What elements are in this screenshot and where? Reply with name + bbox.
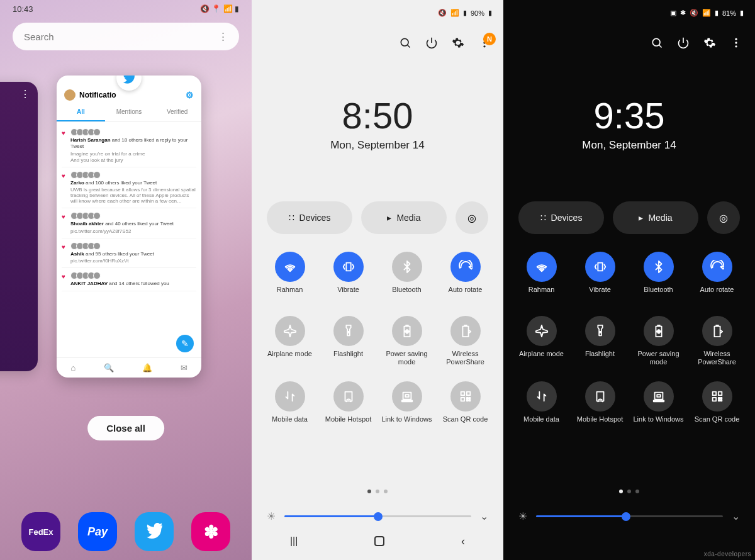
brightness-slider[interactable]: ☀ ⌄ — [518, 510, 740, 522]
vibrate-icon — [585, 252, 615, 282]
search-icon[interactable] — [399, 36, 411, 49]
tab-mentions[interactable]: Mentions — [105, 103, 154, 121]
qs-tile-mobiledata[interactable]: Mobile data — [512, 381, 571, 430]
page-indicator — [252, 490, 503, 493]
qs-tile-label: Wireless PowerShare — [688, 350, 746, 366]
heart-icon: ♥ — [62, 213, 65, 220]
qs-tile-qr[interactable]: Scan QR code — [688, 381, 746, 430]
qs-tile-flashlight[interactable]: Flashlight — [319, 316, 378, 366]
qs-tile-wifi[interactable]: Rahman — [260, 252, 319, 301]
compose-button[interactable]: ✎ — [176, 335, 194, 352]
media-output-button[interactable]: ◎ — [456, 201, 488, 234]
qs-tile-battery-saver[interactable]: Power saving mode — [629, 316, 688, 366]
recents-nav-icon[interactable]: ||| — [290, 535, 298, 547]
close-all-button[interactable]: Close all — [87, 416, 164, 440]
finder-search[interactable]: Search ⋮ — [13, 23, 239, 50]
qs-tile-hotspot[interactable]: Mobile Hotspot — [571, 381, 629, 430]
status-bar: 10:43 🔇 📍 📶 ▮ — [0, 0, 252, 18]
qs-tile-hotspot[interactable]: Mobile Hotspot — [319, 381, 378, 430]
qs-tile-battery-saver[interactable]: Power saving mode — [378, 316, 436, 366]
qs-tile-vibrate[interactable]: Vibrate — [319, 252, 378, 301]
qs-tile-label: Bluetooth — [392, 286, 421, 301]
media-button[interactable]: ▸ Media — [613, 201, 698, 234]
qs-tile-rotate[interactable]: Auto rotate — [688, 252, 746, 301]
gear-icon[interactable] — [703, 36, 716, 49]
list-item[interactable]: ♥ANKIT JADHAV and 14 others followed you — [62, 268, 196, 291]
mail-icon[interactable]: ✉ — [181, 363, 187, 372]
clock-small: 10:43 — [13, 4, 33, 14]
qs-tile-link[interactable]: Link to Windows — [378, 381, 436, 430]
chevron-down-icon[interactable]: ⌄ — [480, 510, 488, 522]
recent-card-peek[interactable]: ⋮ — [0, 82, 38, 371]
power-icon[interactable] — [677, 36, 690, 49]
qs-tile-link[interactable]: Link to Windows — [629, 381, 688, 430]
dock-twitter[interactable] — [135, 512, 174, 551]
search-icon[interactable]: 🔍 — [104, 363, 114, 372]
more-icon[interactable]: ⋮ — [218, 31, 228, 42]
qs-tile-label: Flashlight — [333, 350, 363, 365]
qs-tile-powershare[interactable]: Wireless PowerShare — [436, 316, 495, 366]
qs-tile-wifi[interactable]: Rahman — [512, 252, 571, 301]
list-item[interactable]: ♥Zarko and 100 others liked your TweetUW… — [62, 167, 196, 208]
media-output-button[interactable]: ◎ — [707, 201, 740, 234]
list-item[interactable]: ♥Shoaib akhter and 40 others liked your … — [62, 208, 196, 238]
qs-tile-powershare[interactable]: Wireless PowerShare — [688, 316, 746, 366]
back-nav-icon[interactable]: ‹ — [461, 535, 465, 548]
dock-samsungpay[interactable]: Pay — [78, 512, 117, 551]
svg-point-11 — [735, 45, 737, 47]
tab-verified[interactable]: Verified — [153, 103, 201, 121]
qs-tile-label: Power saving mode — [378, 350, 436, 366]
svg-point-9 — [735, 38, 737, 40]
qs-tile-airplane[interactable]: Airplane mode — [512, 316, 571, 366]
cast-icon: ▣ — [670, 9, 676, 17]
power-icon[interactable] — [425, 36, 438, 49]
qs-tile-vibrate[interactable]: Vibrate — [571, 252, 629, 301]
qs-tile-label: Airplane mode — [519, 350, 564, 365]
brightness-slider[interactable]: ☀ ⌄ — [267, 510, 488, 522]
more-icon[interactable]: ⋮ — [20, 88, 31, 99]
hotspot-icon — [333, 381, 364, 412]
gear-icon[interactable] — [452, 36, 464, 49]
qs-tile-bluetooth[interactable]: Bluetooth — [629, 252, 688, 301]
qs-tile-airplane[interactable]: Airplane mode — [260, 316, 319, 366]
status-icons: 🔇 📍 📶 ▮ — [200, 4, 239, 13]
recent-card-twitter[interactable]: Notificatio ⚙ All Mentions Verified ♥Har… — [57, 76, 201, 378]
svg-point-6 — [652, 38, 660, 46]
page-dot — [367, 490, 371, 493]
qs-tile-rotate[interactable]: Auto rotate — [436, 252, 495, 301]
page-dot — [619, 490, 623, 493]
chevron-down-icon[interactable]: ⌄ — [732, 510, 740, 522]
list-item[interactable]: ♥Ashik and 95 others liked your Tweetpic… — [62, 238, 196, 268]
more-icon[interactable]: N — [478, 36, 491, 49]
twitter-notifications: ♥Harish Sarangan and 18 others liked a r… — [57, 122, 201, 294]
qs-tile-mobiledata[interactable]: Mobile data — [260, 381, 319, 430]
qs-tile-label: Airplane mode — [267, 350, 312, 365]
home-nav-icon[interactable] — [374, 536, 384, 546]
tab-all[interactable]: All — [57, 103, 105, 121]
page-dot — [384, 490, 388, 493]
avatar — [64, 89, 76, 101]
watermark: xda-developers — [704, 551, 751, 557]
qs-tile-flashlight[interactable]: Flashlight — [571, 316, 629, 366]
bell-icon[interactable]: 🔔 — [142, 363, 152, 372]
list-item[interactable]: ♥Harish Sarangan and 18 others liked a r… — [62, 125, 196, 167]
devices-button[interactable]: ∷ Devices — [267, 201, 352, 234]
more-icon[interactable] — [730, 36, 742, 49]
qs-tile-qr[interactable]: Scan QR code — [436, 381, 495, 430]
clock-date: Mon, September 14 — [503, 139, 755, 152]
wifi-icon: 📶 — [450, 9, 459, 17]
dock-gallery[interactable]: ✽ — [191, 512, 230, 551]
home-icon[interactable]: ⌂ — [70, 363, 76, 372]
mobiledata-icon — [527, 381, 557, 412]
clock: 8:50 Mon, September 14 — [252, 94, 503, 152]
media-button[interactable]: ▸ Media — [361, 201, 447, 234]
dock-fedex[interactable]: FedEx — [21, 512, 60, 551]
devices-button[interactable]: ∷ Devices — [518, 201, 604, 234]
qs-tile-label: Mobile Hotspot — [325, 415, 371, 430]
search-icon[interactable] — [651, 36, 663, 49]
qs-tile-bluetooth[interactable]: Bluetooth — [378, 252, 436, 301]
quick-settings-dark: ▣ ✱ 🔇 📶 ▮ 81% ▮ 9:35 Mon, September 14 ∷… — [503, 0, 755, 560]
gear-icon[interactable]: ⚙ — [186, 90, 194, 100]
rotate-icon — [702, 252, 732, 282]
qs-tile-label: Flashlight — [585, 350, 615, 365]
